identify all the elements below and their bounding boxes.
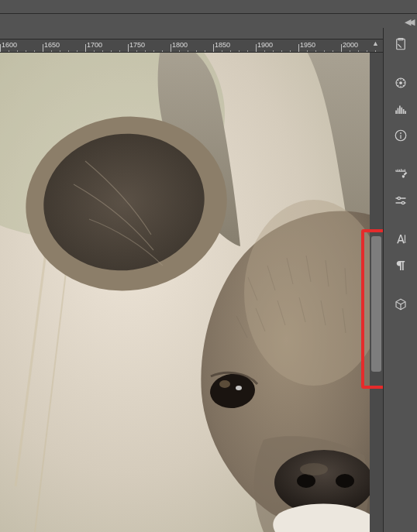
- scroll-up-arrow-icon[interactable]: ▲: [372, 39, 379, 47]
- vertical-scrollbar-thumb[interactable]: [371, 236, 381, 372]
- svg-point-25: [401, 201, 404, 204]
- svg-rect-16: [395, 111, 397, 115]
- adjustments-icon[interactable]: [388, 190, 413, 211]
- info-icon[interactable]: [388, 125, 413, 146]
- svg-rect-17: [397, 108, 398, 115]
- paragraph-icon[interactable]: [388, 256, 413, 276]
- horizontal-ruler[interactable]: 160016501700175018001850190019502000: [0, 39, 383, 53]
- histogram-icon[interactable]: [388, 99, 413, 119]
- svg-point-10: [336, 474, 354, 488]
- document-canvas[interactable]: [0, 53, 370, 532]
- svg-point-15: [399, 82, 401, 84]
- 3d-icon[interactable]: [388, 294, 413, 314]
- svg-rect-26: [404, 235, 405, 241]
- collapse-panels-chevrons[interactable]: ◀◀: [405, 17, 412, 27]
- svg-rect-20: [402, 109, 404, 114]
- svg-rect-18: [399, 106, 401, 115]
- svg-point-11: [300, 463, 328, 475]
- history-panel-icon[interactable]: [388, 34, 413, 54]
- document-header-area: [0, 14, 383, 37]
- svg-rect-27: [404, 242, 405, 242]
- svg-rect-21: [405, 111, 406, 114]
- brushes-icon[interactable]: [388, 164, 413, 184]
- character-icon[interactable]: [388, 229, 413, 249]
- svg-point-23: [400, 132, 401, 134]
- svg-rect-19: [401, 108, 402, 114]
- svg-point-7: [236, 386, 242, 390]
- svg-point-6: [219, 380, 230, 388]
- collapsed-panels-dock: [383, 28, 417, 532]
- options-bar-strip: [0, 0, 417, 14]
- svg-point-24: [398, 197, 400, 199]
- svg-point-9: [297, 474, 315, 488]
- navigator-icon[interactable]: [388, 73, 413, 93]
